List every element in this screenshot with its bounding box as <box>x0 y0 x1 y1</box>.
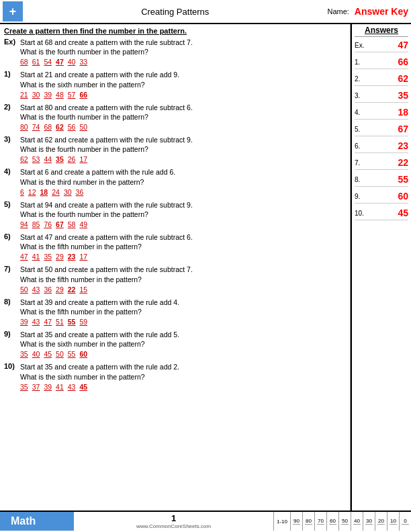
sequence-number: 58 <box>68 220 76 228</box>
sequence-number: 35 <box>20 383 28 391</box>
problem-number: 1) <box>4 70 20 78</box>
left-panel: Create a pattern then find the number in… <box>0 24 351 511</box>
sequence-number: 45 <box>44 350 52 358</box>
sequence-number: 43 <box>32 318 40 326</box>
problem-10: 10)Start at 35 and create a pattern with… <box>4 362 346 390</box>
sequence-number: 44 <box>44 155 52 163</box>
answer-value: 18 <box>369 107 408 118</box>
answer-row: 3.35 <box>355 90 408 103</box>
sequence-number: 24 <box>52 188 60 196</box>
score-boxes: 9080706050403020100 <box>290 512 411 531</box>
sequence-number: 60 <box>79 350 87 358</box>
answers-panel: Answers Ex.471.662.623.354.185.676.237.2… <box>351 24 411 511</box>
score-box-top: 60 <box>329 518 336 525</box>
score-box: 90 <box>290 512 302 531</box>
answer-value: 47 <box>369 40 408 50</box>
sequence-number: 35 <box>20 350 28 358</box>
sequence-number: 68 <box>44 123 52 131</box>
footer-center: 1 www.CommonCoreSheets.com <box>74 512 273 531</box>
answer-row: 1.66 <box>355 56 408 69</box>
score-box: 10 <box>387 512 399 531</box>
footer-url: www.CommonCoreSheets.com <box>136 523 211 529</box>
problem-number: 4) <box>4 167 20 175</box>
problem-sequence: 354045505560 <box>20 350 346 358</box>
sequence-number: 26 <box>68 155 76 163</box>
sequence-number: 50 <box>79 123 87 131</box>
sequence-number: 48 <box>56 91 64 99</box>
score-box: 30 <box>363 512 375 531</box>
sequence-number: 53 <box>32 155 40 163</box>
sequence-number: 41 <box>32 253 40 261</box>
problem-text: Start at 62 and create a pattern with th… <box>20 135 193 154</box>
sequence-number: 29 <box>56 285 64 294</box>
answer-row: 9.60 <box>355 191 408 204</box>
problem-number: 7) <box>4 265 20 273</box>
sequence-number: 47 <box>56 58 64 66</box>
footer-right: 1-10 9080706050403020100 <box>273 512 411 531</box>
problem-text: Start at 35 and create a pattern with th… <box>20 362 179 381</box>
sequence-number: 39 <box>20 318 28 326</box>
sequence-number: 76 <box>44 220 52 228</box>
problem-number: Ex) <box>4 38 20 46</box>
sequence-number: 74 <box>32 123 40 131</box>
sequence-number: 62 <box>20 155 28 163</box>
sequence-number: 61 <box>32 58 40 66</box>
answer-row: 10.45 <box>355 208 408 220</box>
sequence-number: 55 <box>68 350 76 358</box>
answer-label: 10. <box>355 210 369 217</box>
problem-sequence: 686154474033 <box>20 58 346 66</box>
answer-label: Ex. <box>355 42 369 49</box>
problem-text: Start at 47 and create a pattern with th… <box>20 232 193 251</box>
sequence-number: 54 <box>44 58 52 66</box>
sequence-number: 41 <box>56 383 64 391</box>
sequence-number: 45 <box>79 383 87 391</box>
sequence-number: 57 <box>68 91 76 99</box>
answer-value: 45 <box>369 208 408 218</box>
page-number: 1 <box>171 513 176 523</box>
sequence-number: 40 <box>32 350 40 358</box>
answer-value: 23 <box>369 140 408 151</box>
problem-text: Start at 80 and create a pattern with th… <box>20 103 193 122</box>
sequence-number: 43 <box>68 383 76 391</box>
problem-number: 5) <box>4 200 20 208</box>
answer-row: 7.22 <box>355 157 408 170</box>
problem-text: Start at 94 and create a pattern with th… <box>20 200 193 219</box>
sequence-number: 94 <box>20 220 28 228</box>
sequence-number: 15 <box>79 285 87 294</box>
problem-2: 2)Start at 80 and create a pattern with … <box>4 103 346 131</box>
sequence-number: 17 <box>79 253 87 261</box>
answers-title: Answers <box>355 26 408 37</box>
sequence-number: 40 <box>68 58 76 66</box>
problem-sequence: 394347515559 <box>20 318 346 326</box>
header: + Creating Patterns Name: Answer Key <box>0 0 411 24</box>
problem-1: 1)Start at 21 and create a pattern with … <box>4 70 346 98</box>
problem-sequence: 213039485766 <box>20 91 346 99</box>
score-box-top: 30 <box>365 518 373 525</box>
answer-value: 67 <box>369 124 408 134</box>
sequence-number: 18 <box>40 188 48 196</box>
problem-text: Start at 21 and create a pattern with th… <box>20 70 179 89</box>
sequence-number: 80 <box>20 123 28 131</box>
problem-sequence: 504336292215 <box>20 285 346 294</box>
answer-label: 5. <box>355 126 369 133</box>
sequence-number: 49 <box>79 220 87 228</box>
score-box-top: 80 <box>305 518 312 525</box>
answer-label: 2. <box>355 75 369 83</box>
score-box: 40 <box>351 512 363 531</box>
answer-label: 4. <box>355 109 369 116</box>
footer-math-label: Math <box>0 512 74 531</box>
answer-value: 60 <box>369 191 408 202</box>
score-box-top: 10 <box>390 518 397 525</box>
sequence-number: 30 <box>32 91 40 99</box>
sequence-number: 23 <box>68 253 76 261</box>
answer-label: 7. <box>355 159 369 167</box>
sequence-number: 39 <box>44 91 52 99</box>
score-box-top: 70 <box>317 518 324 525</box>
answer-value: 66 <box>369 56 408 67</box>
problem-9: 9)Start at 35 and create a pattern with … <box>4 330 346 358</box>
problem-sequence: 948576675849 <box>20 220 346 228</box>
answer-label: 3. <box>355 92 369 99</box>
score-box-top: 50 <box>341 518 349 525</box>
sequence-number: 35 <box>56 155 64 163</box>
problem-sequence: 807468625650 <box>20 123 346 131</box>
